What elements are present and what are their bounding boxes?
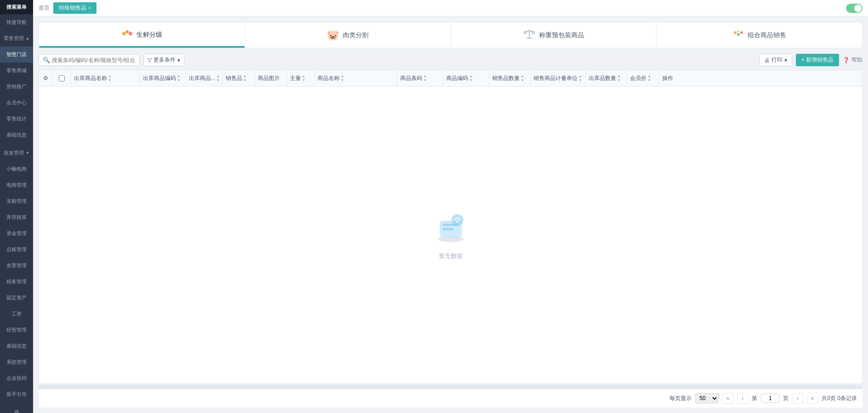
search-box[interactable]: 🔍	[39, 54, 140, 66]
sort-icon: ▲▼	[108, 74, 112, 82]
sidebar-item-smart-store[interactable]: 智慧门店	[0, 46, 33, 63]
filter-icon: ▽	[148, 57, 152, 63]
tabs-row: 生鲜分级 🐷 肉类分割 称重预包装商品	[39, 22, 862, 48]
scale-icon	[523, 29, 535, 41]
sidebar-item-invoice-mgmt[interactable]: 发票管理	[0, 258, 33, 274]
th-sale-unit[interactable]: 销售商品计量单位 ▲▼	[531, 70, 586, 86]
home-link[interactable]: 首页	[39, 4, 50, 12]
tab-weight-pack[interactable]: 称重预包装商品	[451, 23, 657, 48]
sidebar-item-micro-shop[interactable]: 小畅电商	[0, 161, 33, 177]
first-page-button[interactable]: «	[722, 393, 733, 404]
th-out-goods-code[interactable]: 出库商品编码 ▲▼	[140, 70, 186, 86]
filter-button[interactable]: ▽ 更多条件 ▾	[143, 54, 184, 66]
pig-icon: 🐷	[327, 29, 339, 41]
th-ops: 操作	[659, 70, 687, 86]
page-input[interactable]	[761, 394, 779, 403]
last-page-button[interactable]: »	[807, 393, 818, 404]
help-button[interactable]: ❓ 帮助	[843, 56, 862, 64]
sidebar-item-member-center[interactable]: 会员中心	[0, 95, 33, 111]
sidebar-item-tax-mgmt[interactable]: 税务管理	[0, 274, 33, 290]
chevron-icon: ▼	[26, 151, 29, 155]
svg-point-10	[737, 33, 740, 36]
sidebar-item-general-ledger[interactable]: 总账管理	[0, 241, 33, 258]
toolbar: 🔍 ▽ 更多条件 ▾ 🖨 打印 ▾ + 新增销售品 ❓ 帮助	[39, 54, 862, 66]
table-header: ⚙ 出库商品名称 ▲▼ 出库商品编码 ▲▼ 出库商品... ▲▼ 销售品	[39, 70, 862, 86]
th-goods-barcode[interactable]: 商品条码 ▲▼	[397, 70, 443, 86]
sidebar-item-enterprise[interactable]: 企业协同	[0, 370, 33, 386]
toggle-button[interactable]	[846, 4, 862, 13]
sidebar: 搜索菜单 快捷导航 零售管理 ▲ 智慧门店 零售商城 营销推广 会员中心 零售统…	[0, 0, 33, 413]
th-settings[interactable]: ⚙	[39, 70, 53, 86]
th-goods-name[interactable]: 商品名称 ▲▼	[315, 70, 397, 86]
sort-icon: ▲▼	[469, 74, 473, 82]
prev-page-button[interactable]: ‹	[737, 393, 748, 404]
active-tab[interactable]: 特殊销售品 ×	[53, 2, 96, 14]
sidebar-logo[interactable]: 搜索菜单	[0, 0, 33, 14]
select-all-checkbox[interactable]	[59, 75, 65, 81]
sidebar-item-fixed-assets[interactable]: 固定资产	[0, 290, 33, 306]
sidebar-item-label: 新手引导	[6, 391, 27, 398]
empty-state: 暂无数据	[39, 86, 862, 384]
sidebar-item-retail-mall[interactable]: 零售商城	[0, 63, 33, 79]
page-suffix: 页	[783, 395, 789, 402]
sidebar-item-basic-info[interactable]: 基础信息	[0, 127, 33, 143]
print-button[interactable]: 🖨 打印 ▾	[759, 54, 792, 66]
per-page-select[interactable]: 50 10 20 100	[695, 393, 719, 403]
tab-meat-cut[interactable]: 🐷 肉类分割	[245, 23, 451, 48]
tab-label: 称重预包装商品	[539, 31, 584, 40]
th-main-unit[interactable]: 主量 ▲▼	[287, 70, 315, 86]
close-tab-button[interactable]: ×	[88, 6, 91, 11]
fresh-grade-icon	[122, 29, 133, 40]
sort-icon: ▲▼	[521, 74, 524, 82]
tab-combo-sale[interactable]: 组合商品销售	[657, 23, 862, 48]
sidebar-item-capital-mgmt[interactable]: 资金管理	[0, 225, 33, 241]
th-checkbox[interactable]	[53, 70, 71, 86]
th-sale-qty[interactable]: 销售品数量 ▲▼	[489, 70, 531, 86]
sidebar-item-label: 会员中心	[6, 99, 27, 106]
sidebar-item-label: 总账管理	[6, 246, 27, 253]
sidebar-item-inventory[interactable]: 库存核算	[0, 209, 33, 225]
sort-icon: ▲▼	[647, 74, 651, 82]
sort-icon: ▲▼	[617, 74, 621, 82]
sidebar-item-label: 资金管理	[6, 230, 27, 237]
horizontal-scrollbar[interactable]	[39, 385, 862, 389]
sidebar-item-label: 基础信息	[6, 343, 27, 350]
sidebar-item-retail-mgmt[interactable]: 零售管理 ▲	[0, 30, 33, 46]
tab-label: 肉类分割	[343, 31, 369, 40]
sidebar-item-label: 发票管理	[6, 262, 27, 269]
sidebar-item-wholesale-mgmt[interactable]: 批发管理 ▼	[0, 145, 33, 161]
sidebar-item-purchase-mgmt[interactable]: 采购管理	[0, 193, 33, 209]
main-area: 首页 特殊销售品 × 生鲜分级 🐷	[33, 0, 868, 413]
svg-point-12	[738, 30, 739, 32]
sidebar-item-ops-mgmt[interactable]: 经营管理	[0, 322, 33, 338]
search-input[interactable]	[52, 57, 136, 63]
th-goods-img[interactable]: 商品图片	[255, 70, 287, 86]
sidebar-item-label: 电商管理	[6, 182, 27, 189]
next-page-button[interactable]: ›	[792, 393, 803, 404]
sort-icon: ▲▼	[423, 74, 427, 82]
th-out-goods-spec[interactable]: 出库商品... ▲▼	[186, 70, 223, 86]
sidebar-item-label: 基础信息	[6, 132, 27, 138]
sidebar-item-sys-mgmt[interactable]: 系统管理	[0, 354, 33, 370]
th-out-qty[interactable]: 出库品数量 ▲▼	[586, 70, 627, 86]
filter-arrow-icon: ▾	[177, 57, 180, 63]
sidebar-item-label: 固定资产	[6, 294, 27, 301]
sidebar-item-new-guide[interactable]: 新手引导	[0, 386, 33, 402]
sidebar-item-ecommerce-mgmt[interactable]: 电商管理	[0, 177, 33, 193]
header-right	[846, 4, 862, 13]
th-out-goods-name[interactable]: 出库商品名称 ▲▼	[71, 70, 140, 86]
th-sale-goods[interactable]: 销售品 ▲▼	[223, 70, 255, 86]
th-member-price[interactable]: 会员价 ▲▼	[627, 70, 659, 86]
sidebar-item-quick-nav[interactable]: 快捷导航	[0, 14, 33, 30]
sidebar-item-label: 零售统计	[6, 115, 27, 122]
new-sale-button[interactable]: + 新增销售品	[796, 54, 839, 66]
print-icon: 🖨	[764, 57, 770, 63]
sidebar-item-basic-info2[interactable]: 基础信息	[0, 338, 33, 354]
gear-icon[interactable]: ⚙	[2, 406, 31, 413]
sidebar-item-wages[interactable]: 工资	[0, 306, 33, 322]
sidebar-item-retail-stats[interactable]: 零售统计	[0, 111, 33, 127]
print-label: 打印	[772, 56, 783, 64]
sidebar-item-sales-promo[interactable]: 营销推广	[0, 79, 33, 95]
th-goods-code[interactable]: 商品编码 ▲▼	[443, 70, 489, 86]
tab-fresh-grade[interactable]: 生鲜分级	[39, 23, 245, 48]
